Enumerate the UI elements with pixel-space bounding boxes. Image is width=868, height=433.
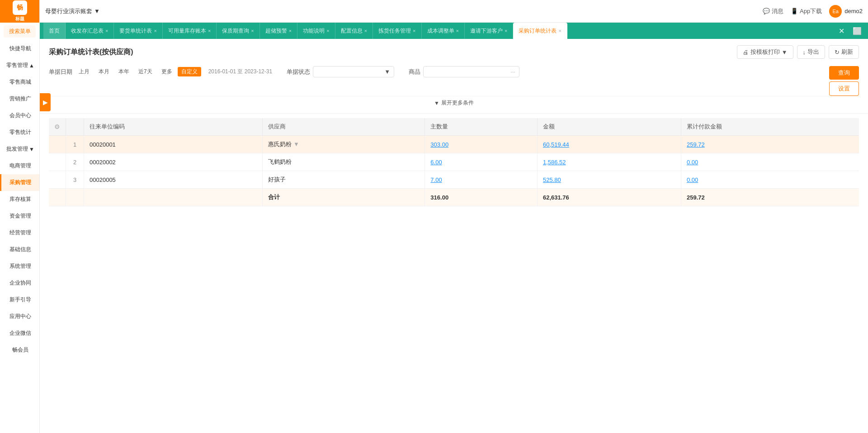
sidebar-item-member[interactable]: 会员中心 (0, 107, 39, 124)
tab-home[interactable]: 首页 (43, 23, 66, 39)
close-icon[interactable]: × (456, 28, 459, 33)
refresh-button[interactable]: ↻ 刷新 (829, 45, 859, 59)
sidebar-item-finance[interactable]: 资金管理 (0, 208, 39, 224)
maximize-button[interactable]: ⬜ (850, 26, 864, 36)
goods-input-dots: ··· (510, 68, 515, 75)
logo-text: 标题 (15, 16, 24, 22)
quantity-link[interactable]: 303.00 (430, 141, 448, 148)
filter-action-buttons: 查询 设置 (829, 66, 859, 96)
close-icon[interactable]: × (364, 28, 367, 33)
sidebar-item-inventory[interactable]: 库存核算 (0, 191, 39, 208)
close-icon[interactable]: × (154, 28, 156, 33)
sidebar-item-vip[interactable]: 畅会员 (0, 342, 39, 358)
close-icon[interactable]: × (326, 28, 329, 33)
tab-cost-adjust[interactable]: 成本调整单 × (422, 23, 465, 39)
tab-picking-task[interactable]: 拣货任务管理 × (373, 23, 421, 39)
date-btn-this-month[interactable]: 本月 (95, 67, 113, 76)
tab-purchase-order-stat[interactable]: 采购订单统计表 × (513, 23, 567, 39)
sidebar-item-system[interactable]: 系统管理 (0, 258, 39, 275)
tab-invite-downstream[interactable]: 邀请下游客户 × (465, 23, 513, 39)
sidebar-item-basic-info[interactable]: 基础信息 (0, 241, 39, 258)
close-icon[interactable]: × (251, 28, 254, 33)
tab-function-desc[interactable]: 功能说明 × (297, 23, 335, 39)
paid-amount-link[interactable]: 0.00 (687, 159, 698, 166)
sidebar-item-marketing[interactable]: 营销推广 (0, 90, 39, 107)
tab-overstock[interactable]: 超储预警 × (260, 23, 297, 39)
table-row[interactable]: 1 00020001 惠氏奶粉 ▼ 303.00 60,519.44 259.7… (49, 136, 859, 153)
footer-paid-amount: 259.72 (681, 189, 859, 206)
table-row[interactable]: 2 00020002 飞鹤奶粉 6.00 1,586.52 0.00 (49, 153, 859, 171)
amount-link[interactable]: 60,519.44 (543, 141, 569, 148)
date-btn-last-month[interactable]: 上月 (75, 67, 93, 76)
app-download-button[interactable]: 📱 App下载 (791, 7, 822, 15)
close-icon[interactable]: × (505, 28, 507, 33)
sidebar-item-purchase[interactable]: 采购管理 (0, 174, 39, 191)
expand-more-button[interactable]: ▼ 展开更多条件 (434, 99, 474, 107)
col-settings: ⚙ (49, 118, 66, 136)
paid-amount-link[interactable]: 0.00 (687, 176, 698, 183)
sidebar-item-retail[interactable]: 零售管理 ▲ (0, 57, 39, 74)
footer-quantity: 316.00 (425, 189, 538, 206)
tab-label: 配置信息 (341, 27, 363, 35)
column-settings-icon[interactable]: ⚙ (54, 123, 60, 130)
sidebar-item-quicknav[interactable]: 快捷导航 (0, 40, 39, 57)
message-icon: 💬 (763, 8, 770, 14)
tab-inventory-ledger[interactable]: 可用量库存账本 × (163, 23, 217, 39)
settings-button[interactable]: 设置 (829, 81, 859, 96)
tab-purchase-stat[interactable]: 要货单统计表 × (114, 23, 162, 39)
close-icon[interactable]: × (289, 28, 292, 33)
sidebar-collapse-button[interactable]: ▶ (40, 93, 51, 111)
sidebar-item-batch[interactable]: 批发管理 ▼ (0, 141, 39, 157)
close-icon[interactable]: × (413, 28, 415, 33)
close-icon[interactable]: × (558, 28, 561, 33)
cell-paid-amount: 0.00 (681, 171, 859, 189)
amount-link[interactable]: 525.80 (543, 176, 561, 183)
tab-expiry-query[interactable]: 保质期查询 × (217, 23, 259, 39)
table-row[interactable]: 3 00020005 好孩子 7.00 525.80 0.00 (49, 171, 859, 189)
expand-down-icon: ▼ (434, 100, 439, 106)
date-btn-more[interactable]: 更多 (158, 67, 176, 76)
company-dropdown[interactable]: 母婴行业演示账套 ▼ (45, 7, 100, 15)
sidebar-item-app-center[interactable]: 应用中心 (0, 308, 39, 325)
date-filter: 单据日期 上月 本月 本年 近7天 更多 自定义 (49, 67, 201, 76)
print-button[interactable]: 🖨 按模板打印 ▼ (737, 45, 793, 59)
status-select[interactable]: ▼ (313, 66, 394, 77)
date-btn-this-year[interactable]: 本年 (115, 67, 133, 76)
search-menu-area[interactable]: 搜索菜单 (0, 23, 39, 40)
sidebar-item-retail-stat[interactable]: 零售统计 (0, 124, 39, 141)
sidebar-item-wechat[interactable]: 企业微信 (0, 325, 39, 342)
footer-settings (49, 189, 66, 206)
tab-label: 可用量库存账本 (168, 27, 206, 35)
tab-receive-send[interactable]: 收发存汇总表 × (66, 23, 114, 39)
user-menu[interactable]: Ea demo2 (829, 5, 863, 18)
tab-label: 超储预警 (265, 27, 287, 35)
sidebar-item-retail-mall[interactable]: 零售商城 (0, 74, 39, 90)
date-btn-7days[interactable]: 近7天 (135, 67, 156, 76)
page-title: 采购订单统计表(按供应商) (49, 48, 133, 57)
print-dropdown-icon: ▼ (782, 49, 788, 56)
close-tab-button[interactable]: ✕ (836, 26, 847, 36)
search-menu-button[interactable]: 搜索菜单 (4, 25, 36, 38)
sidebar-item-guide[interactable]: 新手引导 (0, 291, 39, 308)
print-label: 按模板打印 (750, 48, 780, 56)
messages-button[interactable]: 💬 消息 (763, 7, 783, 15)
sidebar-item-enterprise[interactable]: 企业协同 (0, 275, 39, 291)
col-amount: 金额 (537, 118, 681, 136)
refresh-icon: ↻ (835, 49, 840, 56)
query-button[interactable]: 查询 (829, 66, 859, 80)
date-custom-tag[interactable]: 自定义 (178, 67, 201, 76)
goods-input[interactable] (427, 68, 509, 75)
tab-config-info[interactable]: 配置信息 × (335, 23, 373, 39)
close-icon[interactable]: × (208, 28, 211, 33)
messages-label: 消息 (772, 7, 783, 15)
export-button[interactable]: ↓ 导出 (797, 45, 826, 59)
quantity-link[interactable]: 7.00 (430, 176, 442, 183)
avatar: Ea (829, 5, 842, 18)
close-icon[interactable]: × (105, 28, 108, 33)
quantity-link[interactable]: 6.00 (430, 159, 442, 166)
cell-supplier-code: 00020001 (84, 136, 263, 153)
paid-amount-link[interactable]: 259.72 (687, 141, 705, 148)
sidebar-item-ecommerce[interactable]: 电商管理 (0, 157, 39, 174)
sidebar-item-operations[interactable]: 经营管理 (0, 224, 39, 241)
amount-link[interactable]: 1,586.52 (543, 159, 566, 166)
